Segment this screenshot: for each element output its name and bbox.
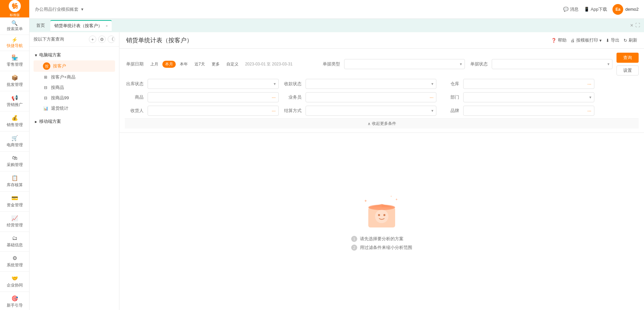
scheme-item-return[interactable]: 📊 退货统计 <box>34 103 115 113</box>
empty-state: ✦ ✦ ✦ 1 请先选择要分析的方案 2 用过滤条件来缩小分析范围 <box>351 192 412 251</box>
warehouse-dots[interactable]: ··· <box>587 81 591 87</box>
scheme-icon-3: ⊟ <box>43 95 48 101</box>
scheme-item-label-1: 按客户+商品 <box>51 74 75 80</box>
sidebar-item-经营管理[interactable]: 📈经营管理 <box>0 212 29 232</box>
sidebar-item-资金管理[interactable]: 💳资金管理 <box>0 192 29 212</box>
refresh-button[interactable]: ↻ 刷新 <box>624 37 637 43</box>
date-tab-7days[interactable]: 近7天 <box>192 61 208 68</box>
tab-maximize-icon[interactable]: ⛶ <box>635 22 640 29</box>
date-tab-more[interactable]: 更多 <box>209 61 222 68</box>
warehouse-select[interactable]: ··· <box>463 79 594 89</box>
product-selector[interactable]: 办公用品行业模拟账套 ▾ <box>35 6 84 12</box>
payment-select[interactable]: ▾ <box>306 106 437 116</box>
sidebar-item-icon: 🏪 <box>11 54 18 61</box>
sidebar-item-销售管理[interactable]: 💰销售管理 <box>0 111 29 132</box>
date-tab-this-year[interactable]: 本年 <box>177 61 191 68</box>
scheme-item-goods[interactable]: ⊟ 按商品 <box>34 83 115 93</box>
dept-select[interactable]: ▾ <box>463 92 594 102</box>
sidebar-item-label: 基础信息 <box>7 242 23 248</box>
payment-chevron: ▾ <box>431 108 433 113</box>
settings-button[interactable]: 设置 <box>616 65 639 75</box>
salesperson-label: 业务员 <box>283 94 302 100</box>
out-status-select[interactable]: ▾ <box>148 79 279 89</box>
add-scheme-button[interactable]: + <box>89 36 96 43</box>
sidebar-item-icon: ⚙ <box>12 255 17 261</box>
quick-nav-item[interactable]: ⚡ 快捷导航 <box>0 35 29 51</box>
brand-label: 品牌 <box>440 108 459 114</box>
help-icon: ❓ <box>551 38 556 43</box>
tab-sales-stats[interactable]: 销货单统计表（按客户） × <box>50 20 112 31</box>
pc-scheme-group-header[interactable]: ▾ 电脑端方案 <box>32 51 116 59</box>
receiver-select[interactable]: ··· <box>148 106 279 116</box>
sidebar-item-库存核算[interactable]: 📋库存核算 <box>0 171 29 192</box>
mobile-scheme-group-header[interactable]: ▸ 移动端方案 <box>32 117 116 126</box>
salesperson-dots[interactable]: ··· <box>430 95 434 100</box>
scheme-item-customer-goods[interactable]: ⊞ 按客户+商品 <box>34 72 115 82</box>
pay-status-select[interactable]: ▾ <box>306 79 437 89</box>
user-menu[interactable]: Ea demo2 <box>612 4 639 15</box>
sidebar-item-采购管理[interactable]: 🛍采购管理 <box>0 152 29 171</box>
sidebar-item-label: 系统管理 <box>7 262 23 268</box>
salesperson-select[interactable]: ··· <box>306 92 437 102</box>
collapse-panel-button[interactable]: 《 <box>108 36 115 43</box>
empty-hints: 1 请先选择要分析的方案 2 用过滤条件来缩小分析范围 <box>351 236 412 251</box>
sidebar-item-icon: 🗂 <box>12 235 17 241</box>
sidebar-item-icon: 📈 <box>11 215 18 221</box>
mobile-scheme-label: 移动端方案 <box>39 118 61 124</box>
sidebar-item-系统管理[interactable]: ⚙系统管理 <box>0 252 29 272</box>
sidebar-item-零售管理[interactable]: 🏪零售管理 <box>0 51 29 71</box>
tab-home[interactable]: 首页 <box>32 20 49 31</box>
hint-number-2: 2 <box>351 245 357 251</box>
scheme-icon-1: ⊞ <box>43 74 48 80</box>
date-tab-last-month[interactable]: 上月 <box>148 61 161 68</box>
sidebar-logo[interactable]: 畅 标推版 <box>0 0 29 17</box>
app-download-button[interactable]: 📱 App下载 <box>584 6 607 12</box>
hint-text-2: 用过滤条件来缩小分析范围 <box>360 245 412 251</box>
print-button[interactable]: 🖨 按模板打印 ▾ <box>571 37 602 43</box>
sidebar-item-批发管理[interactable]: 📦批发管理 <box>0 71 29 91</box>
dept-label: 部门 <box>440 94 459 100</box>
date-tab-custom[interactable]: 自定义 <box>224 61 241 68</box>
out-status-chevron: ▾ <box>274 82 276 86</box>
pay-status-label: 收款状态 <box>283 81 302 87</box>
collapse-filters-button[interactable]: ∧ 收起更多条件 <box>125 118 639 128</box>
scheme-icon-2: ⊟ <box>43 85 48 90</box>
sidebar: 畅 标推版 🔍 搜索菜单 ⚡ 快捷导航 🏪零售管理📦批发管理📢营销推广💰销售管理… <box>0 0 30 310</box>
type-select[interactable]: ▾ <box>344 59 465 69</box>
scheme-item-customer[interactable]: 按 按客户 <box>34 60 115 72</box>
svg-text:✦: ✦ <box>395 198 398 201</box>
goods-select[interactable]: ··· <box>148 92 279 102</box>
sidebar-item-新手引导[interactable]: 🎯新手引导 <box>0 292 29 310</box>
status-select[interactable]: ▾ <box>492 59 612 69</box>
search-menu-item[interactable]: 🔍 搜索菜单 <box>0 17 29 35</box>
brand-dots[interactable]: ··· <box>587 108 591 113</box>
sidebar-item-label: 营销推广 <box>7 102 23 108</box>
date-tab-this-month[interactable]: 本月 <box>162 61 176 68</box>
receiver-dots[interactable]: ··· <box>272 108 276 113</box>
help-button[interactable]: ❓ 帮助 <box>551 37 567 43</box>
sidebar-item-营销推广[interactable]: 📢营销推广 <box>0 91 29 111</box>
dept-chevron: ▾ <box>589 95 591 100</box>
sidebar-item-基础信息[interactable]: 🗂基础信息 <box>0 232 29 252</box>
sidebar-item-电商管理[interactable]: 🛒电商管理 <box>0 132 29 152</box>
goods-dots[interactable]: ··· <box>272 95 276 100</box>
status-select-chevron: ▾ <box>607 62 609 66</box>
query-button[interactable]: 查询 <box>616 53 639 63</box>
left-panel-title: 按以下方案查询 <box>34 36 64 42</box>
scheme-tree: ▾ 电脑端方案 按 按客户 ⊞ 按客户+商品 ⊟ <box>30 47 119 130</box>
out-status-label: 出库状态 <box>125 81 144 87</box>
settings-scheme-button[interactable]: ⚙ <box>98 36 106 43</box>
brand-select[interactable]: ··· <box>463 106 594 116</box>
status-filter-label: 单据状态 <box>469 61 488 67</box>
sidebar-item-label: 销售管理 <box>7 122 23 128</box>
tab-close-all-icon[interactable]: × <box>630 22 633 29</box>
scheme-item-goods99[interactable]: ⊟ 按商品99 <box>34 93 115 103</box>
tab-close-icon[interactable]: × <box>106 24 108 28</box>
type-filter-label: 单据类型 <box>321 61 340 67</box>
print-dropdown-icon[interactable]: ▾ <box>599 38 602 43</box>
pc-scheme-label: 电脑端方案 <box>39 52 61 58</box>
sidebar-item-企业协同[interactable]: 🤝企业协同 <box>0 272 29 292</box>
sidebar-item-label: 库存核算 <box>7 182 23 188</box>
export-button[interactable]: ⬇ 导出 <box>606 37 620 43</box>
message-button[interactable]: 💬 消息 <box>563 6 579 12</box>
